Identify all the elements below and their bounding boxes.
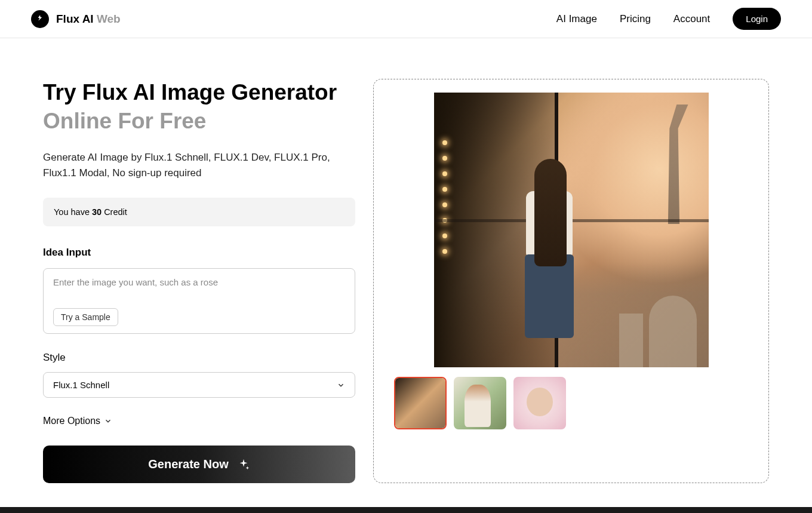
credit-count: 30 xyxy=(92,207,102,217)
chevron-down-icon xyxy=(104,417,112,425)
generator-panel: Try Flux AI Image Generator Online For F… xyxy=(43,79,355,483)
sparkle-icon xyxy=(237,458,250,471)
main-container: Try Flux AI Image Generator Online For F… xyxy=(0,38,812,507)
credit-suffix: Credit xyxy=(102,207,127,217)
login-button[interactable]: Login xyxy=(733,8,781,30)
try-sample-button[interactable]: Try a Sample xyxy=(53,308,118,326)
page-title-primary: Try Flux AI Image Generator xyxy=(43,79,355,106)
style-value: Flux.1 Schnell xyxy=(53,380,109,390)
credit-banner: You have 30 Credit xyxy=(43,198,355,226)
preview-panel xyxy=(373,79,769,483)
main-nav: AI Image Pricing Account Login xyxy=(556,8,781,30)
preview-image xyxy=(434,93,709,367)
logo-text: Flux AI Web xyxy=(56,13,121,26)
thumbnail-2[interactable] xyxy=(454,377,506,429)
credit-prefix: You have xyxy=(54,207,92,217)
idea-input[interactable] xyxy=(53,277,345,303)
logo[interactable]: Flux AI Web xyxy=(31,10,121,28)
footer xyxy=(0,507,812,513)
idea-input-label: Idea Input xyxy=(43,247,355,259)
chevron-down-icon xyxy=(337,381,345,389)
more-options-label: More Options xyxy=(43,416,100,426)
more-options-toggle[interactable]: More Options xyxy=(43,416,355,426)
thumbnail-3[interactable] xyxy=(513,377,566,429)
thumbnail-strip xyxy=(394,377,566,429)
page-title-secondary: Online For Free xyxy=(43,107,355,135)
nav-ai-image[interactable]: AI Image xyxy=(556,13,597,25)
idea-input-container: Try a Sample xyxy=(43,268,355,334)
logo-icon xyxy=(31,10,49,28)
header: Flux AI Web AI Image Pricing Account Log… xyxy=(0,0,812,38)
thumbnail-1[interactable] xyxy=(394,377,447,429)
nav-account[interactable]: Account xyxy=(673,13,710,25)
style-label: Style xyxy=(43,352,355,364)
page-subtitle: Generate AI Image by Flux.1 Schnell, FLU… xyxy=(43,150,342,182)
style-select[interactable]: Flux.1 Schnell xyxy=(43,372,355,398)
nav-pricing[interactable]: Pricing xyxy=(620,13,651,25)
generate-button[interactable]: Generate Now xyxy=(43,446,355,483)
generate-label: Generate Now xyxy=(148,457,228,471)
